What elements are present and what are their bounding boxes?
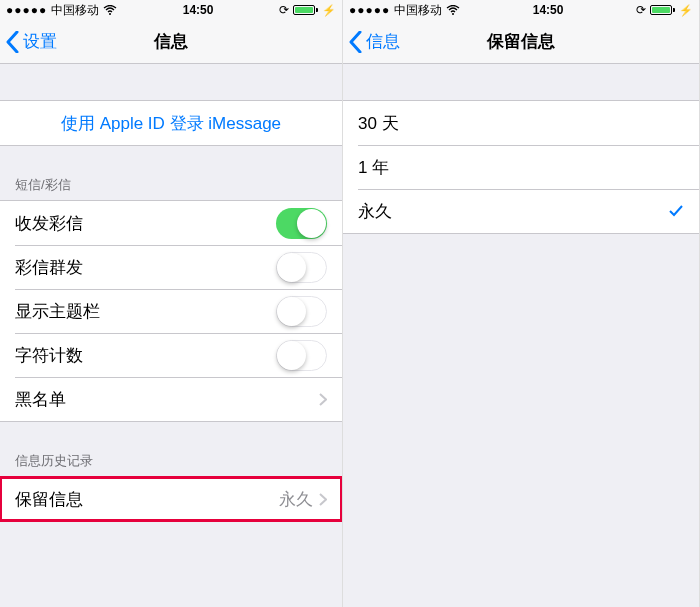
charging-icon: ⚡: [322, 4, 336, 17]
option-forever[interactable]: 永久: [343, 189, 699, 233]
svg-point-0: [109, 13, 111, 15]
option-label: 1 年: [358, 156, 684, 179]
screen-messages-settings: ●●●●● 中国移动 14:50 ⟳ ⚡ 设置 信息 使用 Apple ID 登…: [0, 0, 343, 607]
option-30-days[interactable]: 30 天: [343, 101, 699, 145]
chevron-right-icon: [319, 493, 327, 506]
row-label: 收发彩信: [15, 212, 276, 235]
row-keep-messages[interactable]: 保留信息 永久: [0, 477, 342, 521]
back-label: 信息: [366, 30, 400, 53]
nav-bar: 信息 保留信息: [343, 20, 699, 64]
signal-dots-icon: ●●●●●: [349, 3, 390, 17]
signal-dots-icon: ●●●●●: [6, 3, 47, 17]
checkmark-icon: [668, 203, 684, 219]
row-subject-field: 显示主题栏: [0, 289, 342, 333]
switch-group-mms[interactable]: [276, 252, 327, 283]
rotation-lock-icon: ⟳: [636, 3, 646, 17]
section-header-sms: 短信/彩信: [0, 170, 342, 200]
settings-content: 使用 Apple ID 登录 iMessage 短信/彩信 收发彩信 彩信群发 …: [0, 64, 342, 522]
carrier-label: 中国移动: [51, 2, 99, 19]
row-label: 黑名单: [15, 388, 319, 411]
rotation-lock-icon: ⟳: [279, 3, 289, 17]
clock: 14:50: [533, 3, 564, 17]
section-header-history: 信息历史记录: [0, 446, 342, 476]
option-1-year[interactable]: 1 年: [343, 145, 699, 189]
row-label: 显示主题栏: [15, 300, 276, 323]
switch-mms[interactable]: [276, 208, 327, 239]
status-bar: ●●●●● 中国移动 14:50 ⟳ ⚡: [0, 0, 342, 20]
battery-icon: [293, 5, 318, 15]
screen-keep-messages: ●●●●● 中国移动 14:50 ⟳ ⚡ 信息 保留信息 30 天 1 年 永: [343, 0, 700, 607]
switch-char-count[interactable]: [276, 340, 327, 371]
back-button[interactable]: 设置: [0, 30, 57, 53]
row-label: 字符计数: [15, 344, 276, 367]
row-blacklist[interactable]: 黑名单: [0, 377, 342, 421]
carrier-label: 中国移动: [394, 2, 442, 19]
row-group-mms: 彩信群发: [0, 245, 342, 289]
back-button[interactable]: 信息: [343, 30, 400, 53]
chevron-left-icon: [6, 31, 19, 53]
row-label: 彩信群发: [15, 256, 276, 279]
option-label: 永久: [358, 200, 668, 223]
charging-icon: ⚡: [679, 4, 693, 17]
row-mms: 收发彩信: [0, 201, 342, 245]
back-label: 设置: [23, 30, 57, 53]
row-char-count: 字符计数: [0, 333, 342, 377]
apple-id-signin-link[interactable]: 使用 Apple ID 登录 iMessage: [0, 101, 342, 145]
clock: 14:50: [183, 3, 214, 17]
status-bar: ●●●●● 中国移动 14:50 ⟳ ⚡: [343, 0, 699, 20]
options-content: 30 天 1 年 永久: [343, 64, 699, 234]
nav-bar: 设置 信息: [0, 20, 342, 64]
svg-point-1: [452, 13, 454, 15]
row-value: 永久: [279, 488, 313, 511]
chevron-right-icon: [319, 393, 327, 406]
option-label: 30 天: [358, 112, 684, 135]
row-label: 保留信息: [15, 488, 279, 511]
battery-icon: [650, 5, 675, 15]
wifi-icon: [446, 5, 460, 15]
chevron-left-icon: [349, 31, 362, 53]
switch-subject-field[interactable]: [276, 296, 327, 327]
wifi-icon: [103, 5, 117, 15]
